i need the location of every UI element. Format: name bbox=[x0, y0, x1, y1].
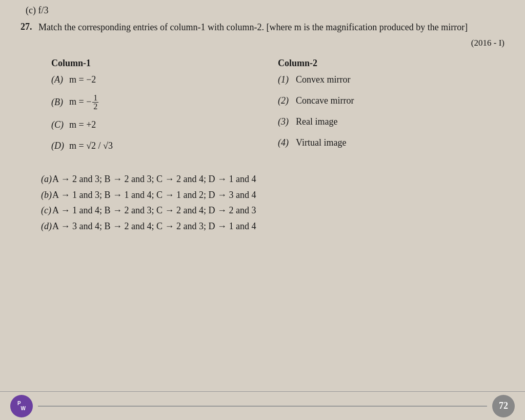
pw-logo: PW bbox=[10, 395, 33, 417]
column1-row-a: (A) m = −2 bbox=[51, 73, 278, 87]
column2-row-4: (4) Virtual image bbox=[278, 136, 504, 150]
col2-label-4: (4) bbox=[278, 136, 296, 150]
col1-content-c: m = +2 bbox=[69, 118, 96, 132]
answer-text-b: A → 1 and 3; B → 1 and 4; C → 1 and 2; D… bbox=[52, 187, 504, 203]
answers-section: (a) A → 2 and 3; B → 2 and 3; C → 2 and … bbox=[41, 171, 504, 234]
col1-content-d: m = √2 / √3 bbox=[69, 139, 113, 153]
column1-block: Column-1 (A) m = −2 (B) m = − 1 2 bbox=[51, 58, 278, 160]
answer-label-b: (b) bbox=[41, 187, 52, 203]
page-container: (c) f/3 27. Match the corresponding entr… bbox=[0, 0, 525, 420]
column1-row-c: (C) m = +2 bbox=[51, 118, 278, 132]
col1-content-b: m = − 1 2 bbox=[69, 94, 99, 111]
denominator: 2 bbox=[92, 103, 98, 111]
col2-content-2: Concave mirror bbox=[296, 94, 354, 108]
table-section: Column-1 (A) m = −2 (B) m = − 1 2 bbox=[51, 58, 504, 160]
question-line1: Match the corresponding entries of colum… bbox=[38, 22, 468, 32]
question-header: 27. Match the corresponding entries of c… bbox=[21, 20, 504, 50]
answer-text-c: A → 1 and 4; B → 2 and 3; C → 2 and 4; D… bbox=[52, 203, 504, 218]
col2-content-4: Virtual image bbox=[296, 136, 346, 150]
answer-label-c: (c) bbox=[41, 203, 52, 218]
answer-text-a: A → 2 and 3; B → 2 and 3; C → 2 and 4; D… bbox=[52, 171, 504, 187]
column1-header: Column-1 bbox=[51, 58, 278, 69]
column2-row-1: (1) Convex mirror bbox=[278, 73, 504, 87]
col2-label-1: (1) bbox=[278, 73, 296, 87]
prev-answer: (c) f/3 bbox=[21, 5, 504, 16]
col2-label-3: (3) bbox=[278, 115, 296, 129]
col2-content-1: Convex mirror bbox=[296, 73, 350, 87]
numerator: 1 bbox=[92, 94, 98, 103]
col1-label-b: (B) bbox=[51, 95, 69, 109]
answer-label-a: (a) bbox=[41, 171, 52, 187]
column2-row-3: (3) Real image bbox=[278, 115, 504, 129]
answer-row-a: (a) A → 2 and 3; B → 2 and 3; C → 2 and … bbox=[41, 171, 504, 187]
col1-label-c: (C) bbox=[51, 118, 69, 132]
bottom-bar: PW 72 bbox=[0, 391, 525, 420]
column1-row-d: (D) m = √2 / √3 bbox=[51, 139, 278, 153]
page-number: 72 bbox=[492, 395, 515, 417]
col2-content-3: Real image bbox=[296, 115, 337, 129]
answer-row-c: (c) A → 1 and 4; B → 2 and 3; C → 2 and … bbox=[41, 203, 504, 218]
answer-row-d: (d) A → 3 and 4; B → 2 and 4; C → 2 and … bbox=[41, 218, 504, 234]
answer-row-b: (b) A → 1 and 3; B → 1 and 4; C → 1 and … bbox=[41, 187, 504, 203]
column1-row-b: (B) m = − 1 2 bbox=[51, 94, 278, 111]
question-text: Match the corresponding entries of colum… bbox=[38, 20, 504, 50]
col1-content-a: m = −2 bbox=[69, 73, 96, 87]
col1-label-a: (A) bbox=[51, 73, 69, 87]
answer-label-d: (d) bbox=[41, 218, 52, 234]
column2-row-2: (2) Concave mirror bbox=[278, 94, 504, 108]
col2-label-2: (2) bbox=[278, 94, 296, 108]
pw-logo-text: PW bbox=[17, 401, 26, 411]
prev-answer-text: (c) f/3 bbox=[26, 5, 48, 15]
question-number: 27. bbox=[21, 20, 38, 34]
column2-block: Column-2 (1) Convex mirror (2) Concave m… bbox=[278, 58, 504, 160]
bottom-divider bbox=[38, 406, 487, 407]
column2-header: Column-2 bbox=[278, 58, 504, 69]
answer-text-d: A → 3 and 4; B → 2 and 4; C → 2 and 3; D… bbox=[52, 218, 504, 234]
fraction-half: 1 2 bbox=[92, 94, 98, 111]
year-tag: (2016 - I) bbox=[38, 36, 504, 50]
question-block: 27. Match the corresponding entries of c… bbox=[21, 20, 504, 234]
col1-label-d: (D) bbox=[51, 139, 69, 153]
